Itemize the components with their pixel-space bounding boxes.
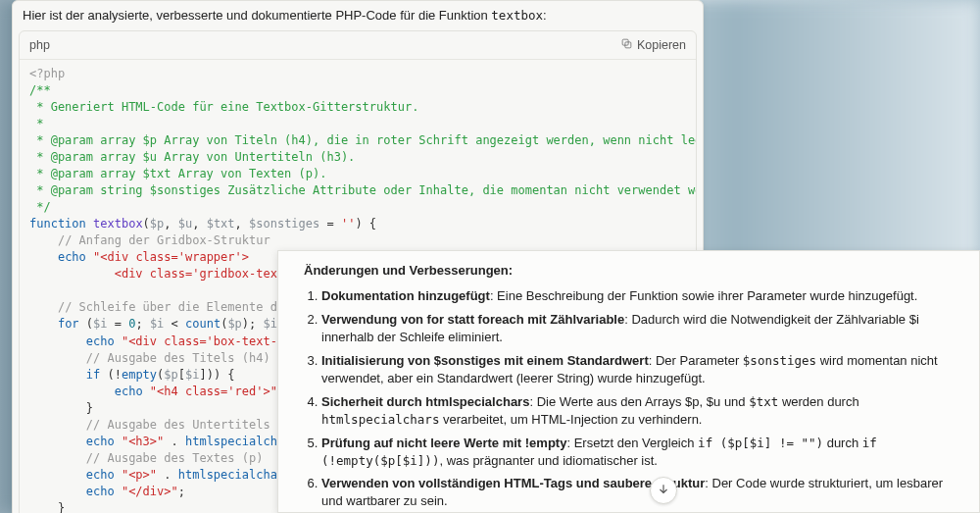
copy-label: Kopieren: [637, 38, 686, 52]
list-item: Initialisierung von $sonstiges mit einem…: [321, 352, 963, 387]
list-item: Sicherheit durch htmlspecialchars: Die W…: [321, 393, 963, 429]
intro-suffix: :: [543, 8, 547, 23]
changes-list: Dokumentation hinzugefügt: Eine Beschrei…: [304, 287, 963, 510]
copy-button[interactable]: Kopieren: [620, 37, 686, 53]
changes-panel: Änderungen und Verbesserungen: Dokumenta…: [277, 250, 980, 513]
code-lang-label: php: [29, 38, 50, 52]
arrow-down-icon: [657, 483, 670, 499]
list-item: Verwenden von vollständigen HTML-Tags un…: [321, 475, 963, 510]
intro-text: Hier ist der analysierte, verbesserte un…: [13, 1, 703, 30]
code-header: php Kopieren: [20, 31, 696, 60]
scroll-down-button[interactable]: [650, 477, 677, 504]
list-item: Verwendung von for statt foreach mit Zäh…: [321, 311, 963, 346]
intro-func: textbox: [491, 8, 543, 23]
intro-prefix: Hier ist der analysierte, verbesserte un…: [23, 8, 491, 23]
list-item: Dokumentation hinzugefügt: Eine Beschrei…: [321, 287, 963, 305]
changes-heading: Änderungen und Verbesserungen:: [304, 263, 963, 278]
list-item: Prüfung auf nicht leere Werte mit !empty…: [321, 435, 963, 470]
copy-icon: [620, 37, 633, 53]
